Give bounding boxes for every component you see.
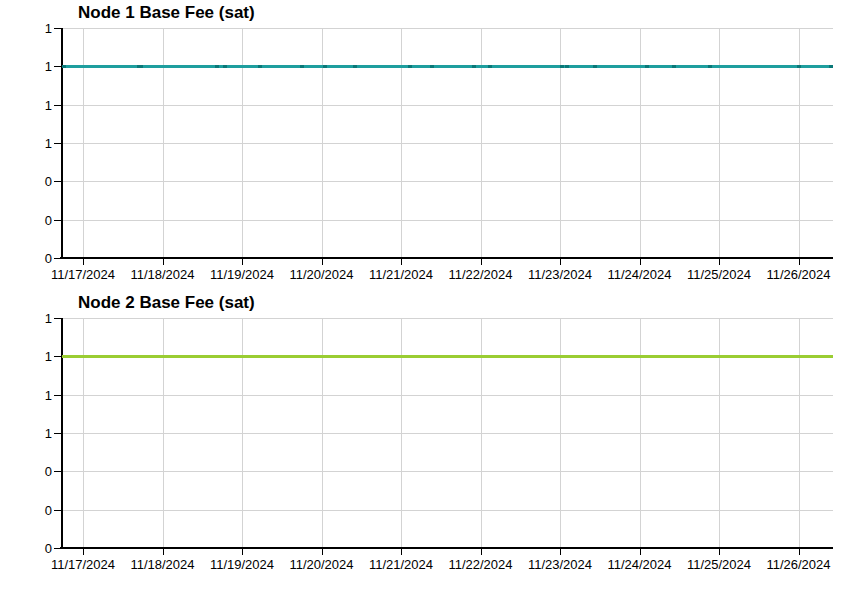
y-tick-label: 1 bbox=[30, 426, 52, 441]
y-tick-label: 1 bbox=[30, 98, 52, 113]
x-tick-label: 11/17/2024 bbox=[43, 267, 123, 282]
x-tick-label: 11/26/2024 bbox=[759, 267, 839, 282]
y-tick-label: 1 bbox=[30, 136, 52, 151]
y-axis-tick bbox=[54, 181, 61, 182]
x-tick-label: 11/25/2024 bbox=[679, 557, 759, 572]
vertical-gridline bbox=[719, 318, 720, 548]
horizontal-gridline bbox=[62, 181, 833, 182]
y-axis-tick bbox=[54, 220, 61, 221]
data-point-marker bbox=[62, 65, 66, 68]
node1-base-fee-chart: Node 1 Base Fee (sat) 11/17/202411/18/20… bbox=[0, 0, 860, 290]
x-axis-tick bbox=[322, 258, 323, 265]
x-axis-tick bbox=[163, 548, 164, 555]
x-axis-tick bbox=[799, 548, 800, 555]
x-axis-line bbox=[60, 257, 833, 259]
data-point-marker bbox=[408, 65, 412, 68]
vertical-gridline bbox=[640, 318, 641, 548]
x-axis-tick bbox=[719, 258, 720, 265]
x-axis-tick bbox=[242, 258, 243, 265]
data-point-marker bbox=[488, 65, 492, 68]
vertical-gridline bbox=[719, 28, 720, 258]
data-point-marker bbox=[565, 65, 569, 68]
x-tick-label: 11/23/2024 bbox=[520, 557, 600, 572]
data-point-marker bbox=[708, 65, 712, 68]
vertical-gridline bbox=[799, 318, 800, 548]
y-tick-label: 0 bbox=[30, 503, 52, 518]
y-axis-tick bbox=[54, 318, 61, 319]
x-tick-label: 11/18/2024 bbox=[123, 557, 203, 572]
x-axis-tick bbox=[481, 548, 482, 555]
y-tick-label: 0 bbox=[30, 541, 52, 556]
x-tick-label: 11/19/2024 bbox=[202, 267, 282, 282]
vertical-gridline bbox=[401, 28, 402, 258]
y-tick-label: 0 bbox=[30, 213, 52, 228]
x-tick-label: 11/26/2024 bbox=[759, 557, 839, 572]
x-axis-tick bbox=[401, 548, 402, 555]
vertical-gridline bbox=[242, 318, 243, 548]
vertical-gridline bbox=[560, 28, 561, 258]
x-axis-tick bbox=[481, 258, 482, 265]
y-axis-line bbox=[61, 318, 63, 549]
vertical-gridline bbox=[163, 318, 164, 548]
x-tick-label: 11/17/2024 bbox=[43, 557, 123, 572]
series-line bbox=[62, 65, 833, 68]
horizontal-gridline bbox=[62, 318, 833, 319]
data-point-marker bbox=[829, 65, 833, 68]
node2-base-fee-chart: Node 2 Base Fee (sat) 11/17/202411/18/20… bbox=[0, 290, 860, 580]
data-point-marker bbox=[139, 65, 143, 68]
horizontal-gridline bbox=[62, 220, 833, 221]
data-point-marker bbox=[560, 65, 564, 68]
vertical-gridline bbox=[799, 28, 800, 258]
horizontal-gridline bbox=[62, 471, 833, 472]
y-axis-tick bbox=[54, 510, 61, 511]
x-tick-label: 11/18/2024 bbox=[123, 267, 203, 282]
y-axis-tick bbox=[54, 471, 61, 472]
y-tick-label: 0 bbox=[30, 174, 52, 189]
y-axis-tick bbox=[54, 28, 61, 29]
data-point-marker bbox=[593, 65, 597, 68]
data-point-marker bbox=[300, 65, 304, 68]
vertical-gridline bbox=[322, 28, 323, 258]
y-axis-tick bbox=[54, 356, 61, 357]
base-fee-charts-page: Node 1 Base Fee (sat) 11/17/202411/18/20… bbox=[0, 0, 860, 600]
x-axis-tick bbox=[560, 258, 561, 265]
plot-area: 11/17/202411/18/202411/19/202411/20/2024… bbox=[62, 318, 833, 548]
horizontal-gridline bbox=[62, 510, 833, 511]
x-axis-tick bbox=[560, 548, 561, 555]
data-point-marker bbox=[430, 65, 434, 68]
x-axis-tick bbox=[163, 258, 164, 265]
x-axis-tick bbox=[401, 258, 402, 265]
x-axis-tick bbox=[242, 548, 243, 555]
x-axis-tick bbox=[640, 258, 641, 265]
y-axis-tick bbox=[54, 143, 61, 144]
x-axis-tick bbox=[322, 548, 323, 555]
vertical-gridline bbox=[640, 28, 641, 258]
vertical-gridline bbox=[163, 28, 164, 258]
x-tick-label: 11/22/2024 bbox=[441, 557, 521, 572]
y-axis-tick bbox=[54, 105, 61, 106]
data-point-marker bbox=[353, 65, 357, 68]
x-axis-tick bbox=[799, 258, 800, 265]
chart-title: Node 2 Base Fee (sat) bbox=[78, 293, 255, 313]
y-axis-line bbox=[61, 28, 63, 259]
x-axis-tick bbox=[83, 258, 84, 265]
x-tick-label: 11/21/2024 bbox=[361, 267, 441, 282]
x-axis-tick bbox=[83, 548, 84, 555]
data-point-marker bbox=[258, 65, 262, 68]
vertical-gridline bbox=[242, 28, 243, 258]
series-line bbox=[62, 355, 833, 358]
x-tick-label: 11/20/2024 bbox=[282, 557, 362, 572]
data-point-marker bbox=[672, 65, 676, 68]
y-axis-tick bbox=[54, 66, 61, 67]
y-axis-tick bbox=[54, 433, 61, 434]
x-tick-label: 11/19/2024 bbox=[202, 557, 282, 572]
y-tick-label: 1 bbox=[30, 311, 52, 326]
vertical-gridline bbox=[83, 318, 84, 548]
x-tick-label: 11/24/2024 bbox=[600, 557, 680, 572]
data-point-marker bbox=[215, 65, 219, 68]
plot-area: 11/17/202411/18/202411/19/202411/20/2024… bbox=[62, 28, 833, 258]
x-tick-label: 11/25/2024 bbox=[679, 267, 759, 282]
y-tick-label: 1 bbox=[30, 21, 52, 36]
x-tick-label: 11/23/2024 bbox=[520, 267, 600, 282]
horizontal-gridline bbox=[62, 395, 833, 396]
